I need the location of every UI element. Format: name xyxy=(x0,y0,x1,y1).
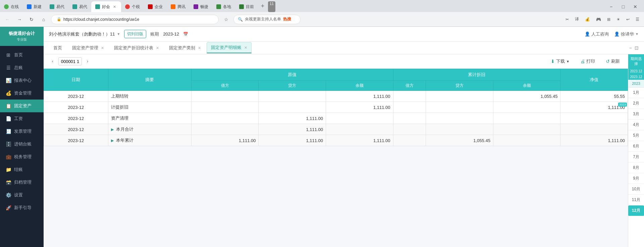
user-button[interactable]: 👤 徐译华 ▼ xyxy=(614,31,639,37)
tab-fixed-asset-detail[interactable]: 固定资产明细账 ✕ xyxy=(207,42,252,53)
period-month-7[interactable]: 7月 xyxy=(628,152,644,163)
download-button[interactable]: ⬇ 下载 ▼ xyxy=(548,57,572,66)
account-name: 刘小艳演示账套（勿删勿动！）11 xyxy=(49,31,115,37)
period-selected-date2: 2023.12 xyxy=(628,74,644,80)
tab-close-button[interactable]: ✕ xyxy=(112,4,117,9)
tab-label: 畅捷 xyxy=(200,4,208,10)
switch-version-button[interactable]: 切到旧版 xyxy=(124,30,146,38)
scissors-toolbar-btn[interactable]: ✂ xyxy=(564,16,571,22)
cell-summary: ▶ 本月合计 xyxy=(108,124,191,135)
calendar-icon[interactable]: 📅 xyxy=(183,32,188,37)
sidebar-item-checkout[interactable]: 📁 结账 xyxy=(0,163,44,176)
new-tab-button[interactable]: + xyxy=(258,1,267,11)
print-button[interactable]: 🖨 打印 xyxy=(578,57,598,66)
account-selector[interactable]: 刘小艳演示账套（勿删勿动！）11 ▼ xyxy=(49,31,120,37)
period-month-9[interactable]: 9月 xyxy=(628,173,644,184)
sidebar-item-label: 报表中心 xyxy=(14,77,32,83)
sidebar-item-label: 资金管理 xyxy=(14,90,32,96)
cell-date: 2023-12 xyxy=(44,91,108,102)
prev-page-button[interactable]: ‹ xyxy=(49,58,56,65)
sidebar-item-inventory[interactable]: 🗄️ 进销台账 xyxy=(0,138,44,150)
page-tabs: 首页 固定资产管理 ✕ 固定资产折旧统计表 ✕ 固定资产类别 ✕ 固定资产明细账… xyxy=(44,42,644,54)
browser-tab-yidai1[interactable]: 易代 xyxy=(46,1,68,12)
toolbar-row: ‹ 000001 1 › ⬇ 下载 ▼ xyxy=(44,54,628,69)
table-area: ‹ 000001 1 › ⬇ 下载 ▼ xyxy=(44,54,628,247)
browser-tab-yidai2[interactable]: 易代 xyxy=(68,1,91,12)
browser-tab-changjie[interactable]: 畅捷 xyxy=(190,1,212,12)
period-month-10[interactable]: 10月 xyxy=(628,184,644,195)
tab-label: 易代 xyxy=(56,4,64,10)
undo-toolbar-btn[interactable]: ↩ xyxy=(624,16,632,22)
grid-toolbar-btn[interactable]: ⊞ xyxy=(605,16,612,22)
sidebar-item-tax[interactable]: 💼 税务管理 xyxy=(0,150,44,163)
period-month-12[interactable]: 12月 xyxy=(628,205,644,216)
forward-button[interactable]: → xyxy=(15,15,24,24)
settings-icon: ⚙️ xyxy=(5,192,11,198)
cell-orig-debit xyxy=(191,102,259,113)
period-month-8[interactable]: 8月 xyxy=(628,163,644,173)
sidebar-item-home[interactable]: ⊞ 首页 xyxy=(0,49,44,61)
tab-label: 企业 xyxy=(155,4,163,10)
sidebar-item-report[interactable]: 📊 报表中心 xyxy=(0,74,44,87)
translate-toolbar-btn[interactable]: 译 xyxy=(573,16,581,23)
browser-tab-new[interactable]: 新建 xyxy=(23,1,46,12)
download-label: 下载 xyxy=(556,58,565,64)
tab-close-icon[interactable]: ✕ xyxy=(156,46,159,50)
inventory-icon: 🗄️ xyxy=(5,141,11,147)
period-month-4[interactable]: 4月 xyxy=(628,120,644,130)
bookmark-button[interactable]: ☆ xyxy=(221,15,231,24)
window-maximize-button[interactable]: □ xyxy=(619,2,628,11)
sidebar-item-settings[interactable]: ⚙️ 设置 xyxy=(0,189,44,201)
period-month-3[interactable]: 3月 xyxy=(628,109,644,120)
tab-home[interactable]: 首页 xyxy=(49,43,66,53)
pagination-nav: ‹ 000001 1 › xyxy=(49,57,91,65)
brightness-toolbar-btn[interactable]: ☀ xyxy=(614,16,622,22)
browser-tab-geshui[interactable]: 个税 xyxy=(121,1,144,12)
window-close-button[interactable]: ✕ xyxy=(631,2,640,11)
tab-close-icon[interactable]: ✕ xyxy=(101,46,104,50)
browser-tab-tencent[interactable]: 腾讯 xyxy=(167,1,190,12)
home-button[interactable]: ⌂ xyxy=(39,15,48,24)
expand-tab-icon[interactable]: ⊡ xyxy=(635,45,639,51)
period-month-6[interactable]: 6月 xyxy=(628,141,644,152)
refresh-button[interactable]: ↺ 刷新 xyxy=(603,57,623,66)
back-button[interactable]: ← xyxy=(3,15,12,24)
reload-button[interactable]: ↻ xyxy=(27,15,36,24)
window-minimize-button[interactable]: − xyxy=(606,2,616,11)
tab-close-icon[interactable]: ✕ xyxy=(244,46,247,50)
search-box[interactable]: 🔍 央视更新主持人名单 热搜 xyxy=(233,15,301,24)
browser-tab-zaixin[interactable]: 在线 xyxy=(0,1,23,12)
tab-fixed-asset-mgmt[interactable]: 固定资产管理 ✕ xyxy=(68,43,108,53)
sidebar-item-ledger[interactable]: ☰ 总账 xyxy=(0,61,44,74)
gamepad-toolbar-btn[interactable]: 🎮 xyxy=(594,16,603,22)
period-month-2[interactable]: 2月 xyxy=(628,98,644,109)
tab-fixed-asset-category[interactable]: 固定资产类别 ✕ xyxy=(165,43,205,53)
period-selected-date1: 2023.12 xyxy=(628,68,644,74)
sidebar-item-salary[interactable]: 📄 工资 xyxy=(0,112,44,125)
wallet-toolbar-btn[interactable]: 💰 xyxy=(583,16,592,22)
tab-fixed-asset-depreciation[interactable]: 固定资产折旧统计表 ✕ xyxy=(110,43,163,53)
browser-tab-qiye[interactable]: 企业 xyxy=(144,1,167,12)
cell-orig-debit xyxy=(191,91,259,102)
sidebar-item-invoice[interactable]: 🧾 发票管理 xyxy=(0,125,44,138)
consultation-button[interactable]: 👤 人工咨询 xyxy=(585,31,609,37)
period-month-1[interactable]: 1月 xyxy=(628,87,644,98)
sidebar-item-archive[interactable]: 🗃️ 归档管理 xyxy=(0,176,44,189)
browser-tab-haokuai[interactable]: 好会 ✕ xyxy=(91,1,121,12)
sidebar-item-fund[interactable]: 💰 资金管理 xyxy=(0,87,44,100)
address-input[interactable]: 🔒 https://cloud.chanjet.com/accounting/u… xyxy=(51,15,219,24)
tab-close-icon[interactable]: ✕ xyxy=(198,46,201,50)
minimize-tab-icon[interactable]: − xyxy=(629,45,632,51)
sidebar-item-fixed-asset[interactable]: 📋 固定资产 xyxy=(0,100,44,112)
browser-tab-muqian[interactable]: 目前 xyxy=(235,1,258,12)
period-month-5[interactable]: 5月 xyxy=(628,130,644,141)
refresh-label: 刷新 xyxy=(611,58,620,64)
tab-count-badge: 11 xyxy=(268,1,275,12)
menu-toolbar-btn[interactable]: ☰ xyxy=(634,16,641,22)
sidebar-item-guide[interactable]: 🚀 新手引导 xyxy=(0,201,44,214)
period-month-11[interactable]: 11月 xyxy=(628,195,644,205)
page-number-input[interactable]: 000001 1 xyxy=(58,57,82,65)
sidebar-item-label: 固定资产 xyxy=(14,103,32,109)
browser-tab-gedi[interactable]: 各地 xyxy=(212,1,235,12)
next-page-button[interactable]: › xyxy=(84,58,91,65)
